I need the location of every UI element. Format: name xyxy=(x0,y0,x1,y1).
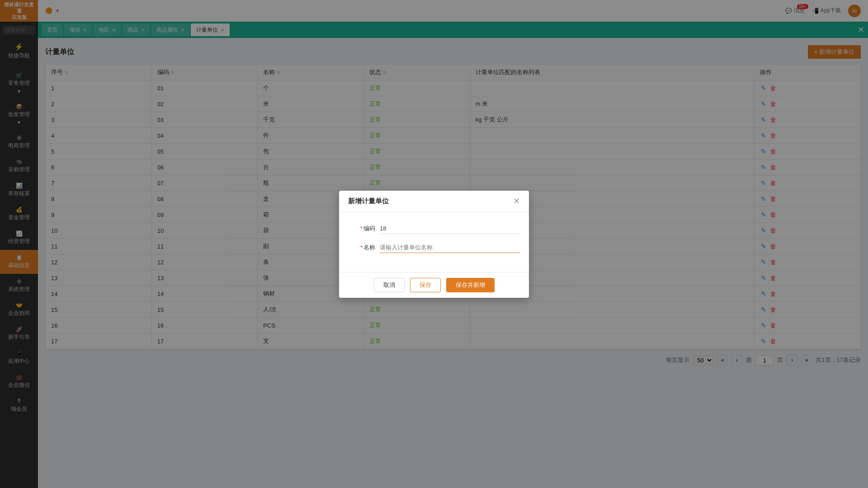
code-input[interactable] xyxy=(380,223,520,234)
save-and-new-button[interactable]: 保存并新增 xyxy=(446,278,495,292)
modal-footer: 取消 保存 保存并新增 xyxy=(339,272,529,298)
add-unit-modal: 新增计量单位 ✕ *编码 *名称 取消 保存 保存并新增 xyxy=(339,191,529,298)
modal-overlay: 新增计量单位 ✕ *编码 *名称 取消 保存 保存并新增 xyxy=(0,0,868,488)
code-label: *编码 xyxy=(348,225,375,233)
modal-close-button[interactable]: ✕ xyxy=(513,197,520,205)
form-row-code: *编码 xyxy=(348,223,520,234)
name-input[interactable] xyxy=(380,242,520,253)
save-button[interactable]: 保存 xyxy=(410,278,441,292)
cancel-button[interactable]: 取消 xyxy=(374,278,405,292)
modal-header: 新增计量单位 ✕ xyxy=(339,191,529,212)
name-required-mark: * xyxy=(360,244,363,251)
modal-body: *编码 *名称 xyxy=(339,212,529,272)
name-label: *名称 xyxy=(348,244,375,252)
code-required-mark: * xyxy=(360,225,363,232)
modal-title: 新增计量单位 xyxy=(348,197,389,206)
form-row-name: *名称 xyxy=(348,242,520,253)
